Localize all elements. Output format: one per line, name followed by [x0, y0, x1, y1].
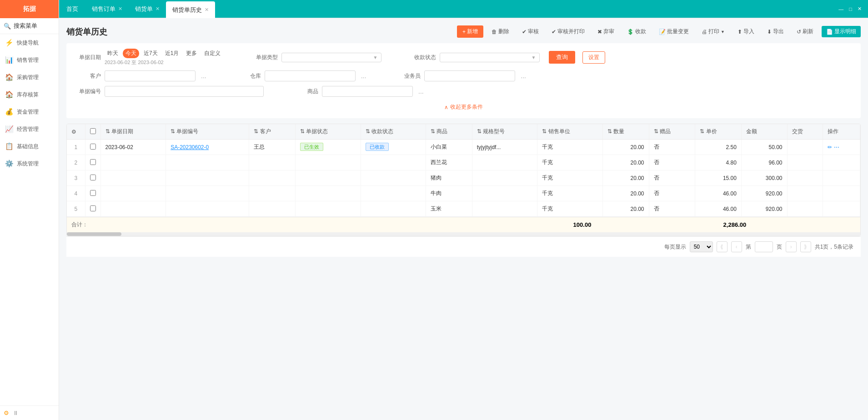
audit-print-button[interactable]: ✔ 审核并打印: [547, 26, 589, 37]
batch-change-button[interactable]: 📝 批量变更: [654, 26, 693, 37]
tab-min-btn[interactable]: —: [837, 5, 845, 13]
settings-button[interactable]: 设置: [582, 51, 605, 64]
sidebar-search[interactable]: 🔍 搜索菜单: [0, 18, 59, 34]
goods-input[interactable]: [322, 86, 413, 97]
row-checkbox-cell[interactable]: [85, 170, 100, 186]
col-spec[interactable]: ⇅ 规格型号: [472, 124, 537, 140]
row-checkbox[interactable]: [90, 159, 96, 165]
date-btn-yesterday[interactable]: 昨天: [105, 49, 121, 58]
date-btn-today[interactable]: 今天: [123, 49, 139, 58]
import-icon: ⬆: [738, 29, 742, 35]
query-button[interactable]: 查询: [549, 51, 575, 64]
warehouse-input[interactable]: [265, 70, 356, 81]
col-customer[interactable]: ⇅ 客户: [249, 124, 296, 140]
row-docno[interactable]: SA-20230602-0: [166, 140, 249, 155]
next-page-btn[interactable]: ›: [786, 241, 797, 252]
col-price[interactable]: ⇅ 单价: [695, 124, 742, 140]
last-page-btn[interactable]: ⟫: [800, 241, 811, 252]
col-amount[interactable]: 金额: [741, 124, 787, 140]
scrollbar-thumb[interactable]: [67, 232, 121, 236]
col-date[interactable]: ⇅ 单据日期: [100, 124, 166, 140]
row-checkbox-cell[interactable]: [85, 186, 100, 201]
add-button[interactable]: + 新增: [457, 25, 483, 38]
col-doc-status[interactable]: ⇅ 单据状态: [296, 124, 361, 140]
date-btn-7days[interactable]: 近7天: [141, 49, 161, 58]
date-btn-custom[interactable]: 自定义: [201, 49, 223, 58]
col-gift[interactable]: ⇅ 赠品: [649, 124, 695, 140]
row-customer: [249, 155, 296, 170]
collect-status-select[interactable]: ▼: [440, 53, 540, 62]
col-gear[interactable]: ⚙: [67, 124, 85, 140]
abandon-button[interactable]: ✖ 弃审: [593, 26, 619, 37]
sidebar-item-sales-mgmt[interactable]: 📊 销售管理: [0, 51, 59, 69]
col-collect-status[interactable]: ⇅ 收款状态: [361, 124, 426, 140]
date-btn-more[interactable]: 更多: [183, 49, 200, 58]
show-detail-button[interactable]: 📄 显示明细: [822, 26, 861, 37]
doc-type-select[interactable]: ▼: [281, 53, 381, 62]
col-check[interactable]: [85, 124, 100, 140]
goods-dots[interactable]: ...: [418, 88, 424, 95]
audit-button[interactable]: ✔ 审核: [517, 26, 543, 37]
receive-button[interactable]: 💲 收款: [622, 26, 651, 37]
date-btn-1month[interactable]: 近1月: [162, 49, 182, 58]
row-checkbox-cell[interactable]: [85, 155, 100, 170]
tab-close-sales-order[interactable]: ✕: [118, 6, 122, 12]
sidebar-item-finance[interactable]: 💰 资金管理: [0, 103, 59, 120]
sidebar-item-inventory[interactable]: 🏠 库存核算: [0, 86, 59, 103]
tab-sales-history[interactable]: 销货单历史 ✕: [166, 1, 215, 19]
import-button[interactable]: ⬆ 导入: [733, 26, 759, 37]
tab-sales-goods[interactable]: 销货单 ✕: [129, 0, 166, 18]
row-checkbox-cell[interactable]: [85, 201, 100, 217]
tab-close-sales-goods[interactable]: ✕: [156, 6, 160, 12]
row-checkbox[interactable]: [90, 205, 96, 211]
staff-input[interactable]: [424, 70, 515, 81]
warehouse-dots[interactable]: ...: [361, 72, 366, 80]
sidebar-bottom-icon1[interactable]: ⚙: [4, 410, 9, 416]
row-checkbox-cell[interactable]: [85, 140, 100, 155]
current-page-input[interactable]: 1: [755, 241, 773, 252]
row-docno[interactable]: [166, 170, 249, 186]
collapse-button[interactable]: ∧ 收起更多条件: [74, 101, 853, 113]
edit-icon[interactable]: ✏: [828, 144, 832, 150]
row-docno[interactable]: [166, 155, 249, 170]
col-trade[interactable]: 交货: [787, 124, 823, 140]
horizontal-scrollbar[interactable]: [67, 232, 860, 236]
sidebar-item-basic-info[interactable]: 📋 基础信息: [0, 138, 59, 155]
row-qty: 20.00: [602, 155, 649, 170]
sort-icon: ⇅: [300, 128, 305, 135]
row-checkbox[interactable]: [90, 190, 96, 196]
doc-no-input[interactable]: [105, 86, 264, 97]
customer-dots[interactable]: ...: [201, 72, 206, 80]
customer-input[interactable]: [105, 70, 196, 81]
tab-close-all-btn[interactable]: ✕: [856, 5, 863, 13]
staff-dots[interactable]: ...: [521, 72, 526, 80]
prev-page-btn[interactable]: ‹: [731, 241, 742, 252]
col-unit[interactable]: ⇅ 销售单位: [537, 124, 603, 140]
sidebar-item-purchase-mgmt[interactable]: 🏠 采购管理: [0, 69, 59, 86]
col-docno[interactable]: ⇅ 单据编号: [166, 124, 249, 140]
row-checkbox[interactable]: [90, 175, 96, 180]
more-icon[interactable]: ⋯: [834, 144, 839, 150]
first-page-btn[interactable]: ⟪: [717, 241, 728, 252]
sidebar-item-system-mgmt[interactable]: ⚙️ 系统管理: [0, 155, 59, 172]
row-docno[interactable]: [166, 201, 249, 217]
doc-no-link[interactable]: SA-20230602-0: [171, 144, 209, 150]
tab-max-btn[interactable]: □: [847, 5, 854, 13]
sidebar-bottom-icon2[interactable]: ⏸: [13, 410, 19, 416]
col-goods[interactable]: ⇅ 商品: [426, 124, 472, 140]
select-all-checkbox[interactable]: [90, 128, 96, 134]
row-checkbox[interactable]: [90, 144, 96, 150]
sort-icon: ⇅: [654, 128, 658, 135]
tab-sales-order[interactable]: 销售订单 ✕: [85, 0, 129, 18]
per-page-select[interactable]: 50 100: [690, 241, 713, 252]
tab-home[interactable]: 首页: [59, 0, 85, 18]
delete-button[interactable]: 🗑 删除: [487, 26, 514, 37]
col-qty[interactable]: ⇅ 数量: [602, 124, 649, 140]
sidebar-item-operations[interactable]: 📈 经营管理: [0, 120, 59, 138]
refresh-button[interactable]: ↺ 刷新: [792, 26, 818, 37]
sidebar-item-quick-nav[interactable]: ⚡ 快捷导航: [0, 34, 59, 51]
tab-close-sales-history[interactable]: ✕: [205, 7, 209, 13]
export-button[interactable]: ⬇ 导出: [763, 26, 788, 37]
print-button[interactable]: 🖨 打印 ▼: [697, 26, 729, 37]
row-docno[interactable]: [166, 186, 249, 201]
